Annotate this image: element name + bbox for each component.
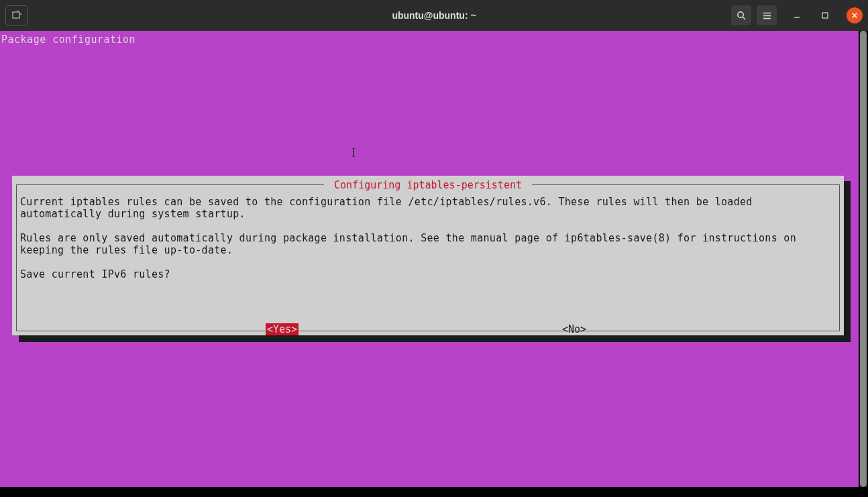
window-title: ubuntu@ubuntu: ~ [392, 10, 476, 21]
search-button[interactable] [731, 5, 751, 25]
close-icon [851, 12, 858, 19]
new-tab-icon [11, 10, 22, 21]
svg-line-5 [743, 17, 745, 19]
terminal-area[interactable]: Package configuration I Configuring ipta… [0, 31, 868, 497]
minimize-button[interactable] [789, 7, 805, 23]
svg-rect-0 [13, 12, 19, 18]
dialog-paragraph-2: Rules are only saved automatically durin… [20, 232, 836, 256]
scrollbar-thumb[interactable] [860, 31, 867, 487]
titlebar: ubuntu@ubuntu: ~ [0, 0, 868, 31]
svg-rect-10 [822, 13, 828, 18]
page-title: Package configuration [1, 34, 135, 46]
dialog-title: Configuring iptables-persistent [324, 179, 532, 191]
maximize-icon [821, 11, 829, 19]
menu-button[interactable] [757, 5, 777, 25]
close-button[interactable] [847, 7, 863, 23]
text-cursor-icon: I [351, 146, 356, 160]
dialog-question: Save current IPv6 rules? [20, 268, 836, 280]
svg-point-4 [737, 11, 743, 17]
hamburger-icon [762, 11, 772, 21]
maximize-button[interactable] [817, 7, 833, 23]
dialog-content: Current iptables rules can be saved to t… [20, 196, 836, 292]
search-icon [737, 11, 747, 21]
dialog-paragraph-1: Current iptables rules can be saved to t… [20, 196, 836, 220]
new-tab-button[interactable] [5, 5, 28, 25]
no-button[interactable]: <No> [562, 323, 586, 335]
titlebar-controls [731, 5, 863, 25]
yes-button[interactable]: <Yes> [266, 323, 299, 335]
dialog-box: Configuring iptables-persistent Current … [12, 176, 844, 335]
minimize-icon [793, 11, 801, 19]
